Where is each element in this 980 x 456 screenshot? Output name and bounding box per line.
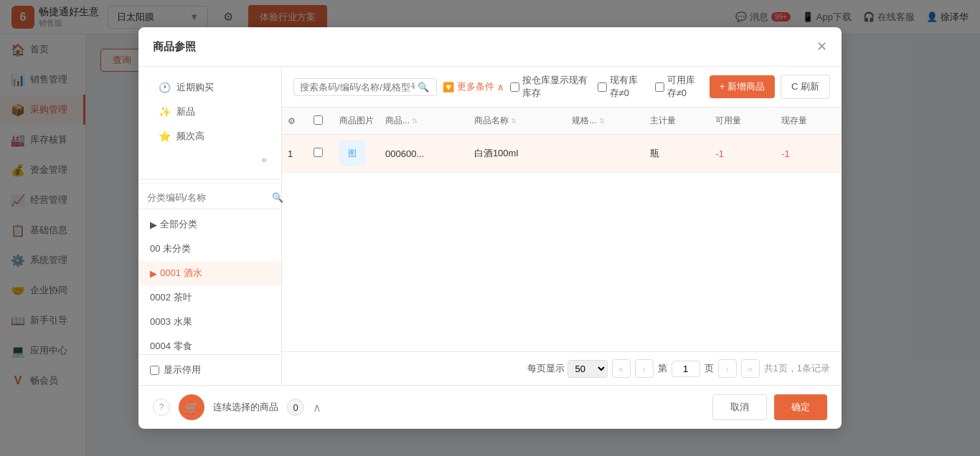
display-disabled-checkbox-wrap[interactable]: 显示停用 <box>150 364 201 376</box>
filter-conditions: 按仓库显示现有库存 现有库存≠0 可用库存≠0 <box>510 74 704 100</box>
usable-not0-label: 可用库存≠0 <box>667 74 704 100</box>
display-disabled-label: 显示停用 <box>164 364 201 376</box>
product-table: ⚙ 商品图片 商品... ⇅ <box>282 108 842 173</box>
modal-overlay: 商品参照 ✕ 🕐 近期购买 ✨ 新品 <box>0 0 980 456</box>
usable-not0-checkbox[interactable] <box>655 82 664 92</box>
col-settings-icon[interactable]: ⚙ <box>288 116 296 126</box>
product-name: 白酒100ml <box>474 148 518 158</box>
by-warehouse-checkbox-wrap[interactable]: 按仓库显示现有库存 <box>510 74 589 100</box>
continuous-count-badge: 0 <box>287 399 304 416</box>
category-search-input[interactable] <box>147 192 268 203</box>
spec-sort-icon: ⇅ <box>599 117 605 125</box>
image-icon: 图 <box>348 148 357 160</box>
product-search-icon[interactable]: 🔍 <box>418 82 429 92</box>
modal-title: 商品参照 <box>153 40 196 54</box>
category-search-box: 🔍 <box>138 186 281 209</box>
usable-not0-checkbox-wrap[interactable]: 可用库存≠0 <box>655 74 704 100</box>
row-name-cell: 白酒100ml <box>468 135 567 173</box>
frequent-label: 频次高 <box>176 130 204 143</box>
collapse-icon: « <box>262 154 267 165</box>
category-all[interactable]: ▶ 全部分类 <box>138 212 281 237</box>
category-all-arrow: ▶ <box>150 219 157 230</box>
row-index: 1 <box>282 135 308 173</box>
page-end-label: 页 <box>705 362 714 375</box>
right-panel: 🔍 🔽 更多条件 ∧ 按仓库显示现有库存 <box>282 67 842 385</box>
category-uncategorized-label: 00 未分类 <box>150 242 191 255</box>
display-disabled-checkbox[interactable] <box>150 366 159 375</box>
category-fruit[interactable]: 0003 水果 <box>138 310 281 334</box>
category-tea-label: 0002 茶叶 <box>150 291 192 304</box>
product-reference-modal: 商品参照 ✕ 🕐 近期购买 ✨ 新品 <box>138 27 842 429</box>
col-current-label: 现存量 <box>781 115 807 125</box>
by-warehouse-checkbox[interactable] <box>510 82 519 92</box>
next-page-button[interactable]: › <box>718 359 737 378</box>
left-panel: 🕐 近期购买 ✨ 新品 ⭐ 频次高 « <box>138 67 282 385</box>
by-warehouse-label: 按仓库显示现有库存 <box>522 74 589 100</box>
confirm-button[interactable]: 确定 <box>774 394 827 420</box>
prev-page-button[interactable]: ‹ <box>635 359 654 378</box>
new-products-item[interactable]: ✨ 新品 <box>147 100 273 124</box>
name-sort-icon: ⇅ <box>511 117 517 125</box>
refresh-button[interactable]: C 刷新 <box>781 75 830 99</box>
filter-icon: 🔽 <box>443 82 454 92</box>
col-unit-label: 主计量 <box>650 115 676 125</box>
add-product-button[interactable]: + 新增商品 <box>710 75 775 98</box>
product-available: -1 <box>715 148 724 159</box>
available-not0-checkbox[interactable] <box>598 82 607 92</box>
frequent-item[interactable]: ⭐ 频次高 <box>147 124 273 148</box>
category-snack[interactable]: 0004 零食 <box>138 334 281 354</box>
cancel-button[interactable]: 取消 <box>712 394 767 420</box>
category-liquor-arrow: ▶ <box>150 268 157 279</box>
panel-divider <box>138 183 281 184</box>
display-disabled-section: 显示停用 <box>138 354 281 385</box>
row-image-cell: 图 <box>334 135 380 173</box>
cart-button[interactable]: 🛒 <box>179 394 204 420</box>
category-liquor[interactable]: ▶ 0001 酒水 <box>138 261 281 285</box>
filter-label: 更多条件 <box>457 80 494 93</box>
recent-purchase-label: 近期购买 <box>176 81 214 94</box>
table-row[interactable]: 1 图 000600... <box>282 135 842 173</box>
filter-up-icon: ∧ <box>497 82 504 92</box>
quick-items-section: 🕐 近期购买 ✨ 新品 ⭐ 频次高 « <box>138 67 281 180</box>
collapse-panel-button[interactable]: « <box>147 148 273 171</box>
new-products-label: 新品 <box>176 105 195 118</box>
help-icon[interactable]: ? <box>153 399 170 416</box>
row-current-cell: -1 <box>776 135 842 173</box>
collapse-up-icon[interactable]: ∧ <box>313 401 321 414</box>
modal-body: 🕐 近期购买 ✨ 新品 ⭐ 频次高 « <box>138 67 842 385</box>
col-code-label: 商品... <box>385 115 410 125</box>
col-spec-label: 规格... <box>572 115 596 125</box>
category-list: ▶ 全部分类 00 未分类 ▶ 0001 酒水 0002 茶叶 0003 水果 <box>138 209 281 354</box>
row-spec-cell <box>566 135 644 173</box>
table-header-row: ⚙ 商品图片 商品... ⇅ <box>282 108 842 135</box>
recent-purchase-item[interactable]: 🕐 近期购买 <box>147 75 273 100</box>
row-code-cell: 000600... <box>380 135 468 173</box>
product-toolbar: 🔍 🔽 更多条件 ∧ 按仓库显示现有库存 <box>282 67 842 108</box>
product-search-input[interactable] <box>300 82 415 92</box>
col-checkbox <box>308 108 334 135</box>
product-table-wrap: ⚙ 商品图片 商品... ⇅ <box>282 108 842 351</box>
more-filter-button[interactable]: 🔽 更多条件 ∧ <box>443 80 504 93</box>
product-search-wrap: 🔍 <box>293 78 437 96</box>
row-select-checkbox[interactable] <box>314 148 323 157</box>
col-code-header: 商品... ⇅ <box>380 108 468 135</box>
product-code: 000600... <box>385 148 424 159</box>
col-unit-header: 主计量 <box>644 108 710 135</box>
category-uncategorized[interactable]: 00 未分类 <box>138 237 281 261</box>
modal-close-button[interactable]: ✕ <box>816 39 827 54</box>
first-page-button[interactable]: « <box>612 359 631 378</box>
available-not0-checkbox-wrap[interactable]: 现有库存≠0 <box>598 74 646 100</box>
page-size-select[interactable]: 50 100 200 <box>567 360 608 378</box>
category-all-label: 全部分类 <box>160 218 197 231</box>
modal-footer: ? 🛒 连续选择的商品 0 ∧ 取消 确定 <box>138 385 842 429</box>
new-icon: ✨ <box>159 106 171 118</box>
category-fruit-label: 0003 水果 <box>150 315 192 328</box>
last-page-button[interactable]: » <box>741 359 760 378</box>
category-tea[interactable]: 0002 茶叶 <box>138 285 281 310</box>
select-all-checkbox[interactable] <box>314 115 323 125</box>
page-number-input[interactable] <box>672 361 700 377</box>
col-current-header: 现存量 <box>776 108 842 135</box>
page-label: 第 <box>658 362 667 375</box>
product-image-placeholder: 图 <box>339 141 365 166</box>
product-current: -1 <box>781 148 790 159</box>
